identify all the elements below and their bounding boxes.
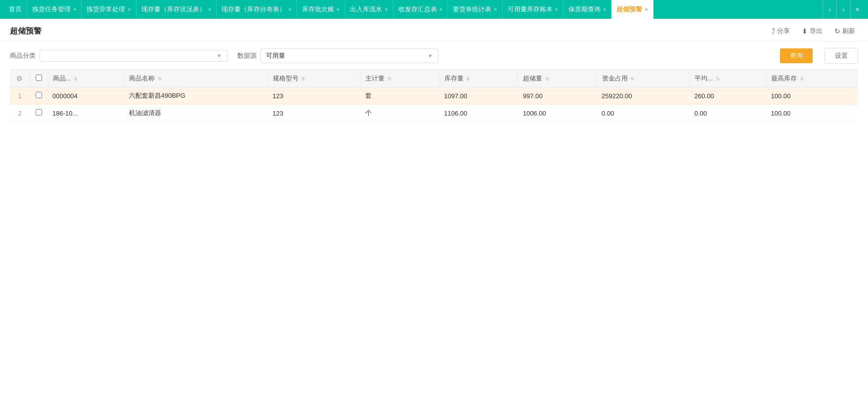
sort-icon-unit: ⇅ (388, 76, 391, 81)
nav-label-stock-status: 现存量（库存状况表） (141, 5, 206, 14)
row-max-stock-1: 100.00 (766, 87, 858, 105)
col-header-spec[interactable]: 规格型号 ⇅ (267, 70, 360, 87)
nav-close-overstock[interactable]: × (645, 6, 648, 12)
nav-close-pick-abnormal[interactable]: × (128, 6, 130, 12)
nav-label-expiry-query: 保质期查询 (568, 5, 601, 14)
filter-datasource-label: 数据源 (237, 51, 257, 60)
filter-category-label: 商品分类 (10, 51, 36, 60)
col-header-checkbox[interactable] (30, 70, 47, 87)
table-header-row: ⚙ 商品... ⇅ 商品名称 ⇅ 规格型号 ⇅ (10, 70, 858, 87)
sort-icon-spec: ⇅ (301, 76, 305, 81)
nav-arrow-group: ‹ › × (823, 0, 864, 19)
col-header-avg[interactable]: 平均... ⇅ (690, 70, 766, 87)
nav-item-batch-account[interactable]: 库存批次账 × (297, 0, 345, 19)
col-label-spec: 规格型号 (273, 75, 299, 82)
datasource-select-value: 可用量 (266, 51, 285, 60)
row-checkbox-1[interactable] (30, 87, 47, 105)
refresh-label: 刷新 (842, 27, 855, 36)
row-overstock-2: 1006.00 (518, 105, 597, 122)
category-select[interactable]: ▼ (40, 50, 227, 62)
export-icon: ⬇ (802, 27, 808, 35)
nav-close-receipt-summary[interactable]: × (439, 6, 442, 12)
col-header-capital[interactable]: 资金占用 ⇅ (597, 70, 690, 87)
col-header-code[interactable]: 商品... ⇅ (47, 70, 124, 87)
nav-item-inout-flow[interactable]: 出入库流水 × (345, 0, 393, 19)
nav-arrow-left[interactable]: ‹ (823, 0, 836, 19)
nav-item-overstock[interactable]: 超储预警 × (611, 0, 653, 19)
select-all-checkbox[interactable] (36, 75, 42, 81)
column-settings-icon[interactable]: ⚙ (16, 75, 23, 82)
filter-datasource: 数据源 可用量 ▼ (237, 48, 438, 63)
table-row: 2 186-10... 机油滤清器 123 个 1106.00 1006.00 … (10, 105, 858, 122)
page-title: 超储预警 (10, 26, 42, 37)
col-label-capital: 资金占用 (602, 75, 628, 82)
share-button[interactable]: ⤴ 分享 (769, 25, 793, 38)
nav-label-overstock: 超储预警 (616, 5, 642, 14)
row-unit-1: 套 (360, 87, 439, 105)
nav-label-order-stats: 要货单统计表 (453, 5, 491, 14)
nav-item-stock-dist[interactable]: 现存量（库存分布表） × (217, 0, 297, 19)
query-button[interactable]: 查询 (780, 48, 813, 63)
sort-icon-capital: ⇅ (630, 76, 634, 81)
nav-item-receipt-summary[interactable]: 收发存汇总表 × (393, 0, 448, 19)
col-label-max-stock: 最高库存 (771, 75, 797, 82)
row-num-2: 2 (10, 105, 30, 122)
nav-close-pick-task[interactable]: × (73, 6, 76, 12)
settings-button[interactable]: 设置 (825, 48, 858, 64)
row-avg-1: 260.00 (690, 87, 766, 105)
row-code-1: 0000004 (47, 87, 124, 105)
nav-arrow-right[interactable]: › (836, 0, 850, 19)
nav-item-pick-task[interactable]: 拣货任务管理 × (27, 0, 82, 19)
datasource-select[interactable]: 可用量 ▼ (260, 48, 438, 63)
table-row: 1 0000004 六配套新昌490BPG 123 套 1097.00 997.… (10, 87, 858, 105)
sort-icon-stock: ⇅ (466, 76, 470, 81)
row-select-1[interactable] (36, 92, 42, 98)
col-header-max-stock[interactable]: 最高库存 ⇅ (766, 70, 858, 87)
col-header-overstock[interactable]: 超储量 ⇅ (518, 70, 597, 87)
nav-close-available-book[interactable]: × (555, 6, 558, 12)
row-capital-1: 259220.00 (597, 87, 690, 105)
nav-close-expiry-query[interactable]: × (603, 6, 606, 12)
row-overstock-1: 997.00 (518, 87, 597, 105)
nav-arrow-close[interactable]: × (850, 0, 864, 19)
row-checkbox-2[interactable] (30, 105, 47, 122)
nav-close-batch-account[interactable]: × (337, 6, 340, 12)
row-max-stock-2: 100.00 (766, 105, 858, 122)
share-icon: ⤴ (772, 27, 775, 35)
col-header-name[interactable]: 商品名称 ⇅ (124, 70, 268, 87)
nav-label-home: 首页 (9, 5, 22, 14)
category-chevron-icon: ▼ (217, 53, 222, 59)
nav-close-stock-dist[interactable]: × (288, 6, 291, 12)
sort-icon-overstock: ⇅ (545, 76, 549, 81)
nav-label-stock-dist: 现存量（库存分布表） (221, 5, 286, 14)
nav-item-expiry-query[interactable]: 保质期查询 × (564, 0, 611, 19)
nav-item-order-stats[interactable]: 要货单统计表 × (448, 0, 502, 19)
nav-label-pick-task: 拣货任务管理 (32, 5, 71, 14)
col-header-unit[interactable]: 主计量 ⇅ (360, 70, 439, 87)
sort-icon-avg: ⇅ (716, 76, 720, 81)
nav-close-stock-status[interactable]: × (208, 6, 211, 12)
table-body: 1 0000004 六配套新昌490BPG 123 套 1097.00 997.… (10, 87, 858, 122)
top-navigation[interactable]: 首页 拣货任务管理 × 拣货异常处理 × 现存量（库存状况表） × 现存量（库存… (0, 0, 868, 19)
nav-close-order-stats[interactable]: × (494, 6, 497, 12)
col-header-stock[interactable]: 库存量 ⇅ (439, 70, 518, 87)
col-label-stock: 库存量 (444, 75, 464, 82)
nav-item-pick-abnormal[interactable]: 拣货异常处理 × (82, 0, 136, 19)
row-spec-1: 123 (267, 87, 360, 105)
nav-item-stock-status[interactable]: 现存量（库存状况表） × (136, 0, 217, 19)
nav-close-inout-flow[interactable]: × (385, 6, 388, 12)
page-header: 超储预警 ⤴ 分享 ⬇ 导出 ↻ 刷新 (0, 19, 868, 42)
export-button[interactable]: ⬇ 导出 (799, 25, 825, 38)
col-header-settings[interactable]: ⚙ (10, 70, 30, 87)
nav-item-available-book[interactable]: 可用量库存账本 × (503, 0, 564, 19)
datasource-chevron-icon: ▼ (428, 53, 433, 59)
refresh-button[interactable]: ↻ 刷新 (831, 25, 858, 38)
row-select-2[interactable] (36, 109, 42, 116)
nav-item-home[interactable]: 首页 (4, 0, 27, 19)
overstock-table: ⚙ 商品... ⇅ 商品名称 ⇅ 规格型号 ⇅ (10, 70, 858, 122)
page-actions: ⤴ 分享 ⬇ 导出 ↻ 刷新 (769, 25, 858, 38)
share-label: 分享 (777, 27, 790, 36)
col-label-code: 商品... (53, 75, 71, 82)
col-label-overstock: 超储量 (523, 75, 542, 82)
sort-icon-code: ⇅ (74, 76, 78, 81)
